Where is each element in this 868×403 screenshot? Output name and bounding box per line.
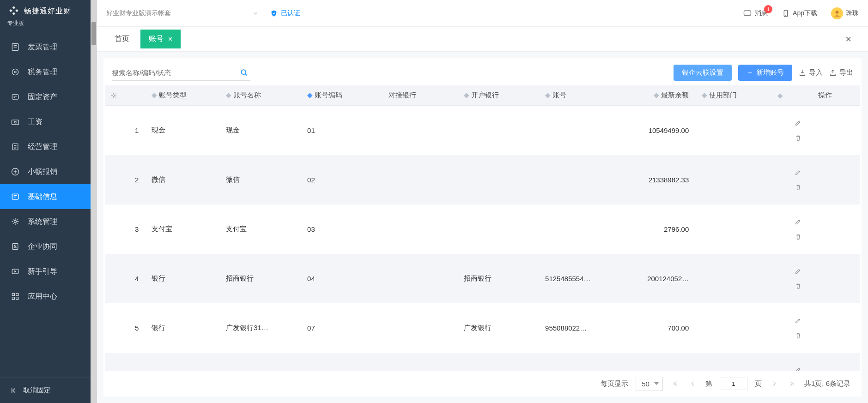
sidebar-item-tax[interactable]: 税务管理 [0, 60, 91, 84]
edit-icon[interactable] [795, 317, 855, 324]
table-header-row: ◆账号类型 ◆账号名称 ◆账号编码 对接银行 ◆开户银行 ◆账号 ◆最新余额 ◆… [105, 85, 860, 106]
cell-actions [790, 205, 860, 254]
edit-icon[interactable] [795, 218, 855, 225]
delete-icon[interactable] [795, 184, 855, 191]
delete-icon[interactable] [795, 332, 855, 339]
sidebar-item-assets[interactable]: 固定资产 [0, 84, 91, 109]
cell-type: 支付宝 [147, 205, 221, 254]
table-row[interactable]: 5银行广发银行31…07广发银行955088022…700.00 [105, 303, 860, 353]
sort-icon: ◆ [654, 91, 659, 99]
sidebar-item-reimburse[interactable]: 小畅报销 [0, 159, 91, 184]
cell-acct [540, 155, 616, 205]
close-icon[interactable]: × [168, 35, 172, 43]
svg-rect-3 [12, 120, 19, 125]
delete-icon[interactable] [795, 134, 855, 142]
cell-type: 微信 [147, 155, 221, 205]
sort-icon: ◆ [545, 91, 551, 99]
table-row[interactable]: 6现金虫账户16324088.78 [105, 353, 860, 371]
bank-link-settings-button[interactable]: 银企云联设置 [674, 65, 732, 81]
import-button[interactable]: 导入 [799, 68, 823, 77]
cell-code: 04 [303, 254, 384, 303]
col-action: 操作 [790, 85, 860, 106]
table-row[interactable]: 2微信微信0221338982.33 [105, 155, 860, 205]
topbar: 好业财专业版演示帐套 已认证 消息 1 App下载 珠珠 [97, 0, 868, 27]
page-first[interactable] [670, 379, 680, 389]
cell-open: 广发银行 [459, 303, 540, 353]
brand: 畅捷通好业财 [0, 0, 91, 19]
sidebar-item-invoice[interactable]: 发票管理 [0, 35, 91, 60]
cell-dept [697, 205, 772, 254]
delete-icon[interactable] [795, 233, 855, 241]
col-name[interactable]: ◆账号名称 [221, 85, 303, 106]
sidebar-scrollbar[interactable] [91, 0, 97, 403]
cell-name: 现金 [221, 106, 303, 156]
edit-icon[interactable] [795, 119, 855, 126]
col-balance[interactable]: ◆最新余额 [616, 85, 697, 106]
toolbar: 银企云联设置 ＋新增账号 导入 导出 [103, 58, 862, 85]
svg-point-19 [785, 15, 786, 16]
cell-open [459, 155, 540, 205]
page-prev[interactable] [688, 379, 698, 389]
app-download-button[interactable]: App下载 [782, 9, 817, 18]
export-button[interactable]: 导出 [829, 68, 853, 77]
cell-dock [384, 155, 459, 205]
delete-icon[interactable] [795, 283, 855, 290]
col-extra[interactable]: ◆ [773, 85, 790, 106]
tab-account[interactable]: 账号 × [140, 30, 181, 48]
sidebar-item-collab[interactable]: 企业协同 [0, 234, 91, 259]
cell-actions [790, 106, 860, 156]
search-icon[interactable] [237, 68, 250, 77]
col-acct[interactable]: ◆账号 [540, 85, 616, 106]
apps-icon [10, 291, 20, 301]
search-field[interactable] [112, 65, 250, 81]
account-selector[interactable]: 好业财专业版演示帐套 [106, 9, 259, 18]
scrollbar-thumb[interactable] [91, 22, 96, 45]
sidebar-item-apps[interactable]: 应用中心 [0, 284, 91, 309]
edit-icon[interactable] [795, 267, 855, 275]
cell-balance: 700.00 [616, 303, 697, 353]
avatar [831, 7, 843, 19]
edit-icon[interactable] [795, 168, 855, 176]
col-dept[interactable]: ◆使用部门 [697, 85, 772, 106]
tab-home[interactable]: 首页 [106, 30, 138, 48]
page-next[interactable] [769, 379, 779, 389]
sidebar-unpin[interactable]: 取消固定 [0, 377, 91, 403]
tab-bar: 首页 账号 × × [97, 27, 868, 52]
sidebar-item-label: 系统管理 [28, 217, 57, 227]
collab-icon [10, 241, 20, 252]
sidebar-item-operating[interactable]: 经营管理 [0, 134, 91, 159]
system-icon [10, 217, 20, 227]
sidebar-item-system[interactable]: 系统管理 [0, 209, 91, 234]
col-code[interactable]: ◆账号编码 [303, 85, 384, 106]
table-row[interactable]: 3支付宝支付宝032796.00 [105, 205, 860, 254]
col-type[interactable]: ◆账号类型 [147, 85, 221, 106]
table-row[interactable]: 1现金现金0110549499.00 [105, 106, 860, 156]
page-last[interactable] [787, 379, 797, 389]
sidebar-item-guide[interactable]: 新手引导 [0, 259, 91, 284]
cell-dock [384, 205, 459, 254]
operating-icon [10, 142, 20, 152]
messages-button[interactable]: 消息 1 [743, 9, 768, 18]
column-config[interactable] [105, 85, 147, 106]
col-dock[interactable]: 对接银行 [384, 85, 459, 106]
search-input[interactable] [112, 65, 237, 80]
tabs-close-all[interactable]: × [838, 33, 859, 45]
edit-icon[interactable] [795, 366, 855, 371]
col-open[interactable]: ◆开户银行 [459, 85, 540, 106]
sidebar-item-label: 基础信息 [28, 192, 57, 202]
plus-icon: ＋ [747, 68, 753, 77]
cell-acct: 955088022… [540, 303, 616, 353]
sidebar-item-salary[interactable]: 工资 [0, 109, 91, 134]
page-input[interactable] [720, 378, 747, 390]
cell-extra [773, 205, 790, 254]
user-menu[interactable]: 珠珠 [831, 7, 859, 19]
per-page-select[interactable]: 50 [636, 377, 663, 391]
cell-index: 5 [105, 303, 147, 353]
add-account-button[interactable]: ＋新增账号 [738, 65, 792, 81]
cell-index: 1 [105, 106, 147, 156]
chevron-down-icon [252, 10, 259, 17]
table-row[interactable]: 4银行招商银行04招商银行5125485554…200124052… [105, 254, 860, 303]
svg-rect-14 [12, 297, 14, 300]
page-label-suf: 页 [755, 379, 762, 388]
sidebar-item-basicinfo[interactable]: 基础信息 [0, 184, 91, 209]
